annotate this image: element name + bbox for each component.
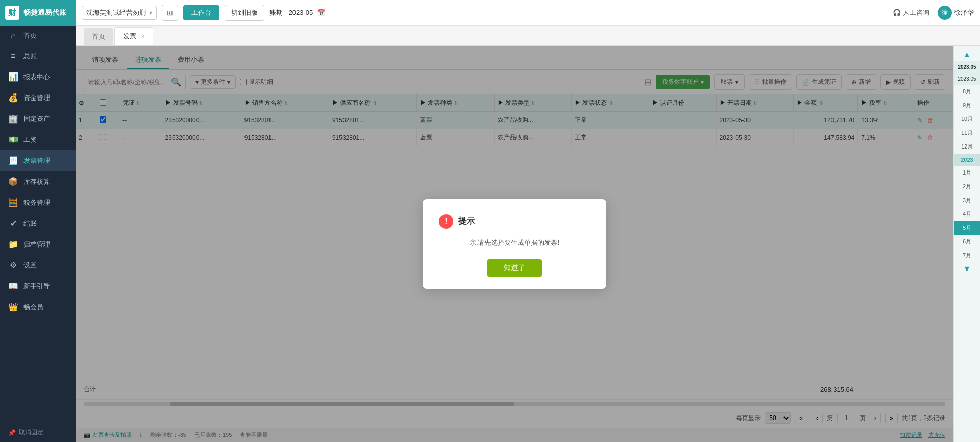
period-item-10m[interactable]: 10月 <box>954 112 980 126</box>
sidebar-item-label: 固定资产 <box>23 114 50 124</box>
sidebar-item-label: 畅会员 <box>23 303 43 312</box>
sidebar-item-label: 工资 <box>23 135 37 144</box>
topbar: 沈海芙测试经营勿删 ▾ ⊞ 工作台 切到旧版 账期 2023-05 📅 🎧 人工… <box>76 0 980 26</box>
sidebar-item-label: 税务管理 <box>23 198 50 207</box>
sidebar-item-home[interactable]: ⌂ 首页 <box>0 26 76 46</box>
sidebar-item-label: 设置 <box>23 261 37 270</box>
settings-icon: ⚙ <box>8 260 18 270</box>
sidebar-item-label: 资金管理 <box>23 93 50 103</box>
main-area: 沈海芙测试经营勿删 ▾ ⊞ 工作台 切到旧版 账期 2023-05 📅 🎧 人工… <box>76 0 980 442</box>
sidebar-item-label: 结账 <box>23 219 37 228</box>
period-item-8m[interactable]: 8月 <box>954 85 980 99</box>
assets-icon: 🏢 <box>8 114 18 124</box>
pin-label: 取消固定 <box>19 428 43 437</box>
sidebar-item-label: 新手引导 <box>23 282 50 291</box>
topbar-right: 🎧 人工咨询 徐 徐泽华 <box>893 6 974 20</box>
headset-icon: 🎧 <box>893 9 901 16</box>
tax-icon: 🧮 <box>8 198 18 207</box>
tab-invoice[interactable]: 发票 × <box>114 27 153 45</box>
company-selector[interactable]: 沈海芙测试经营勿删 ▾ <box>82 6 157 20</box>
tab-close-icon[interactable]: × <box>141 33 144 39</box>
period-item-year-2023[interactable]: 2023 <box>954 154 980 166</box>
sidebar-item-member[interactable]: 👑 畅会员 <box>0 297 76 317</box>
period-item-1m[interactable]: 1月 <box>954 166 980 180</box>
app-title: 畅捷通易代账 <box>23 8 66 17</box>
warning-icon: ! <box>439 214 453 229</box>
company-name: 沈海芙测试经营勿删 <box>86 8 146 17</box>
period-panel: ▲ 2023.05 2023.05 8月 9月 10月 11月 12月 2023… <box>953 46 980 442</box>
avatar: 徐 <box>938 6 952 20</box>
period-item-12m[interactable]: 12月 <box>954 140 980 154</box>
invoice-icon: 🧾 <box>8 156 18 165</box>
sidebar-pin-toggle[interactable]: 📌 取消固定 <box>0 423 76 442</box>
calendar-icon[interactable]: 📅 <box>317 9 325 16</box>
sidebar-item-label: 报表中心 <box>23 72 50 82</box>
sidebar-item-reports[interactable]: 📊 报表中心 <box>0 66 76 87</box>
period-item-0[interactable]: 2023.05 <box>954 61 980 73</box>
chevron-down-icon: ▾ <box>149 9 152 16</box>
sidebar-item-tax[interactable]: 🧮 税务管理 <box>0 192 76 213</box>
sidebar-item-inventory[interactable]: 📦 库存核算 <box>0 171 76 192</box>
modal-message: 亲,请先选择要生成单据的发票! <box>470 238 559 249</box>
tabbar: 首页 发票 × <box>76 26 980 46</box>
period-item-2m[interactable]: 2月 <box>954 180 980 193</box>
period-item-5m-current[interactable]: 5月 <box>954 221 980 235</box>
sidebar-item-label: 归档管理 <box>23 240 50 249</box>
archive-icon: 📁 <box>8 239 18 249</box>
sidebar-item-guide[interactable]: 📖 新手引导 <box>0 276 76 297</box>
user-menu[interactable]: 徐 徐泽华 <box>938 6 974 20</box>
logo-icon: 财 <box>5 6 19 20</box>
salary-icon: 💵 <box>8 135 18 144</box>
closing-icon: ✔ <box>8 218 18 228</box>
content-area: 销项发票 进项发票 费用小票 🔍 ▾ 更多条件 ▾ <box>76 46 980 442</box>
sidebar-item-label: 发票管理 <box>23 156 50 165</box>
sidebar-item-closing[interactable]: ✔ 结账 <box>0 213 76 234</box>
reports-icon: 📊 <box>8 72 18 82</box>
period-up-button[interactable]: ▲ <box>954 48 980 61</box>
capital-icon: 💰 <box>8 93 18 103</box>
sidebar-item-capital[interactable]: 💰 资金管理 <box>0 87 76 108</box>
workspace-button[interactable]: 工作台 <box>183 5 219 20</box>
modal-title-row: ! 提示 <box>439 214 590 229</box>
modal-dialog: ! 提示 亲,请先选择要生成单据的发票! 知道了 <box>423 199 606 289</box>
modal-ok-button[interactable]: 知道了 <box>487 259 542 277</box>
home-icon: ⌂ <box>8 31 18 40</box>
modal-title: 提示 <box>458 216 475 227</box>
period-label: 账期 2023-05 📅 <box>270 8 325 17</box>
period-down-button[interactable]: ▼ <box>954 262 980 276</box>
sidebar-item-ledger[interactable]: ≡ 总账 <box>0 46 76 66</box>
sidebar: 财 畅捷通易代账 ⌂ 首页 ≡ 总账 📊 报表中心 💰 资金管理 🏢 固定资产 … <box>0 0 76 442</box>
period-item-1[interactable]: 2023.05 <box>954 73 980 85</box>
sidebar-item-archive[interactable]: 📁 归档管理 <box>0 234 76 255</box>
ledger-icon: ≡ <box>8 52 18 61</box>
period-item-3m[interactable]: 3月 <box>954 193 980 207</box>
pin-icon: 📌 <box>8 429 16 436</box>
period-item-4m[interactable]: 4月 <box>954 207 980 221</box>
inventory-icon: 📦 <box>8 177 18 186</box>
help-button[interactable]: 🎧 人工咨询 <box>893 8 929 17</box>
period-item-6m[interactable]: 6月 <box>954 235 980 249</box>
switch-version-button[interactable]: 切到旧版 <box>225 5 264 21</box>
guide-icon: 📖 <box>8 281 18 291</box>
period-item-9m[interactable]: 9月 <box>954 99 980 112</box>
sidebar-item-assets[interactable]: 🏢 固定资产 <box>0 108 76 129</box>
sidebar-item-label: 总账 <box>23 52 37 61</box>
sidebar-item-salary[interactable]: 💵 工资 <box>0 129 76 150</box>
company-settings-icon[interactable]: ⊞ <box>162 5 178 21</box>
invoice-main: 销项发票 进项发票 费用小票 🔍 ▾ 更多条件 ▾ <box>76 46 953 442</box>
member-icon: 👑 <box>8 302 18 312</box>
sidebar-logo: 财 畅捷通易代账 <box>0 0 76 26</box>
modal-overlay: ! 提示 亲,请先选择要生成单据的发票! 知道了 <box>76 46 953 442</box>
sidebar-item-invoice[interactable]: 🧾 发票管理 <box>0 150 76 171</box>
period-item-7m[interactable]: 7月 <box>954 249 980 262</box>
sidebar-item-label: 库存核算 <box>23 177 50 186</box>
tab-home[interactable]: 首页 <box>84 28 113 45</box>
sidebar-item-label: 首页 <box>23 31 37 40</box>
period-item-11m[interactable]: 11月 <box>954 126 980 140</box>
sidebar-item-settings[interactable]: ⚙ 设置 <box>0 255 76 276</box>
